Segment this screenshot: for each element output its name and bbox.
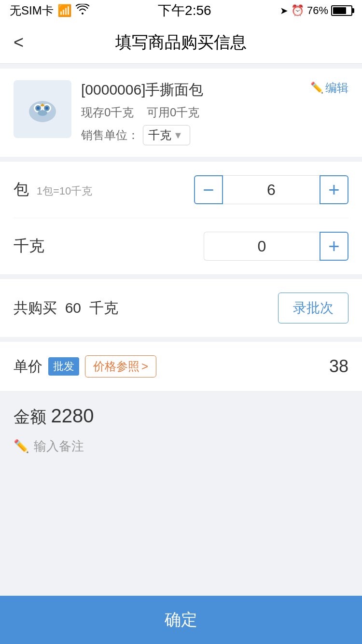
- product-unit: 销售单位： 千克 ▼: [81, 125, 348, 145]
- location-icon: ➤: [280, 5, 288, 16]
- kg-qty-controls: +: [204, 232, 348, 261]
- status-time: 下午2:56: [158, 1, 211, 20]
- price-label: 单价: [14, 357, 42, 377]
- page-title: 填写商品购买信息: [115, 31, 247, 54]
- bag-hint: 1包=10千克: [37, 185, 93, 197]
- unit-dropdown[interactable]: 千克 ▼: [143, 125, 190, 145]
- status-right: ➤ ⏰ 76%: [280, 4, 352, 17]
- bag-increase-button[interactable]: +: [320, 175, 348, 204]
- edit-button[interactable]: ✏️ 编辑: [310, 80, 348, 96]
- battery-icon: [331, 5, 352, 16]
- owl-icon: [26, 95, 59, 124]
- bag-qty-controls: − +: [194, 175, 348, 204]
- back-button[interactable]: <: [14, 32, 24, 53]
- bag-label: 包 1包=10千克: [14, 179, 92, 200]
- amount-section: 金额 2280 ✏️ 输入备注: [0, 392, 362, 527]
- product-info: [0000006]手撕面包 现存0千克 可用0千克 销售单位： 千克 ▼: [81, 80, 348, 145]
- status-bar: 无SIM卡 📶 下午2:56 ➤ ⏰ 76%: [0, 0, 362, 21]
- note-label: 输入备注: [34, 438, 84, 455]
- total-section: 共购买 60 千克 录批次: [0, 279, 362, 342]
- bag-qty-row: 包 1包=10千克 − +: [14, 162, 348, 218]
- wifi-icon: [76, 4, 89, 17]
- total-text: 共购买 60 千克: [14, 298, 118, 318]
- alarm-icon: ⏰: [291, 4, 304, 17]
- bag-decrease-button[interactable]: −: [194, 175, 223, 204]
- product-thumbnail: [14, 80, 71, 138]
- price-value: 38: [329, 356, 348, 377]
- chevron-right-icon: >: [141, 360, 148, 373]
- product-stock: 现存0千克 可用0千克: [81, 105, 348, 120]
- pencil-icon: ✏️: [14, 439, 29, 454]
- price-ref-button[interactable]: 价格参照 >: [85, 355, 156, 378]
- kg-label: 千克: [14, 236, 44, 257]
- sim-icon: 📶: [57, 4, 72, 17]
- kg-increase-button[interactable]: +: [320, 232, 348, 261]
- kg-qty-input[interactable]: [204, 232, 320, 261]
- svg-point-7: [38, 110, 47, 116]
- product-card: [0000006]手撕面包 现存0千克 可用0千克 销售单位： 千克 ▼ ✏️ …: [0, 64, 362, 162]
- quantity-section: 包 1包=10千克 − + 千克 +: [0, 162, 362, 279]
- product-name: [0000006]手撕面包: [81, 80, 348, 100]
- status-left: 无SIM卡 📶: [10, 3, 89, 18]
- svg-point-5: [37, 107, 40, 110]
- kg-qty-row: 千克 +: [14, 218, 348, 274]
- price-tag: 批发: [48, 357, 79, 376]
- amount-row: 金额 2280: [14, 405, 348, 428]
- edit-icon: ✏️: [310, 82, 323, 94]
- confirm-button[interactable]: 确定: [0, 596, 362, 644]
- battery-percent: 76%: [307, 4, 328, 17]
- price-section: 单价 批发 价格参照 > 38: [0, 342, 362, 392]
- amount-note[interactable]: ✏️ 输入备注: [14, 438, 348, 455]
- bag-qty-input[interactable]: [223, 175, 320, 204]
- svg-point-6: [45, 107, 48, 110]
- carrier-label: 无SIM卡: [10, 3, 54, 18]
- nav-bar: < 填写商品购买信息: [0, 21, 362, 64]
- batch-button[interactable]: 录批次: [278, 293, 348, 323]
- chevron-down-icon: ▼: [173, 130, 183, 141]
